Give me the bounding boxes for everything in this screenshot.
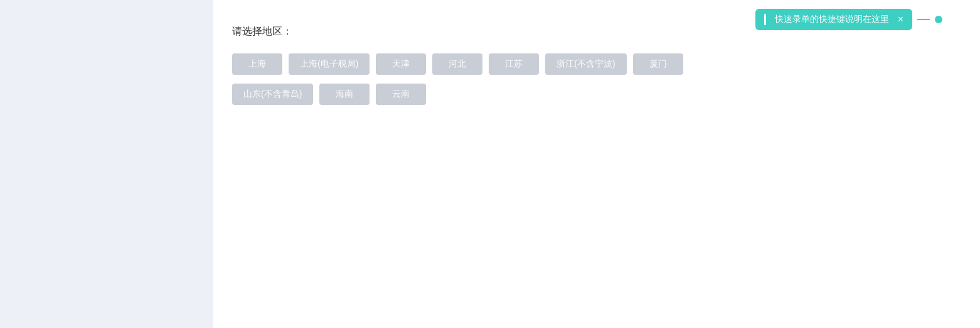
tooltip-bubble: 快速录单的快捷键说明在这里 × <box>755 9 912 30</box>
tooltip-text: 快速录单的快捷键说明在这里 <box>775 14 889 25</box>
region-btn-zhejiang[interactable]: 浙江(不含宁波) <box>545 53 626 75</box>
region-btn-xiamen[interactable]: 厦门 <box>633 53 683 75</box>
region-btn-shandong[interactable]: 山东(不含青岛) <box>232 84 313 105</box>
main-content: 快速录单的快捷键说明在这里 × 请选择地区： 上海 上海(电子税局) 天津 河北… <box>213 0 980 328</box>
region-btn-shanghai-etax[interactable]: 上海(电子税局) <box>289 53 370 75</box>
tooltip-close-button[interactable]: × <box>898 14 903 25</box>
region-btn-jiangsu[interactable]: 江苏 <box>489 53 539 75</box>
region-row-2: 山东(不含青岛) 海南 云南 <box>232 84 961 105</box>
tooltip-dot <box>935 16 942 23</box>
tooltip-container: 快速录单的快捷键说明在这里 × <box>755 9 942 30</box>
region-row-1: 上海 上海(电子税局) 天津 河北 江苏 浙江(不含宁波) 厦门 <box>232 53 961 75</box>
region-btn-tianjin[interactable]: 天津 <box>376 53 426 75</box>
region-btn-shanghai[interactable]: 上海 <box>232 53 282 75</box>
region-btn-hebei[interactable]: 河北 <box>432 53 482 75</box>
region-btn-yunnan[interactable]: 云南 <box>376 84 426 105</box>
tooltip-line <box>917 19 930 20</box>
sidebar <box>0 0 213 328</box>
region-btn-hainan[interactable]: 海南 <box>319 84 370 105</box>
